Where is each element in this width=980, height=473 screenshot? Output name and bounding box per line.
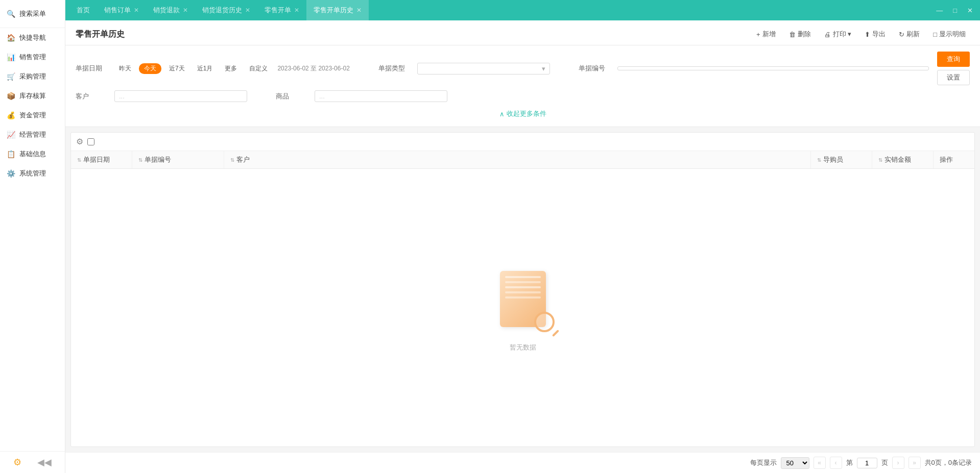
home-icon: 🏠 bbox=[6, 33, 15, 42]
empty-text: 暂无数据 bbox=[510, 343, 536, 352]
table-settings-icon[interactable]: ⚙ bbox=[76, 137, 83, 146]
close-btn[interactable]: ✕ bbox=[964, 6, 976, 15]
th-num-label: 单据编号 bbox=[145, 155, 171, 164]
date-btn-custom[interactable]: 自定义 bbox=[245, 63, 272, 74]
display-icon: □ bbox=[933, 31, 937, 38]
topbar: 首页 销售订单 ✕ 销货退款 ✕ 销货退货历史 ✕ 零售开单 ✕ 零售开单历史 … bbox=[65, 0, 980, 20]
page-size-select[interactable]: 50 10 20 100 bbox=[781, 457, 809, 469]
print-button[interactable]: 🖨 打印 ▾ bbox=[820, 28, 856, 41]
date-btn-more[interactable]: 更多 bbox=[220, 63, 242, 74]
tab-retail-open-close[interactable]: ✕ bbox=[294, 7, 299, 14]
goods-input[interactable]: ... bbox=[315, 90, 447, 102]
sidebar-item-finance[interactable]: 💰 资金管理 bbox=[0, 106, 65, 125]
sort-icon: ⇅ bbox=[817, 157, 821, 163]
date-buttons: 昨天 今天 近7天 近1月 更多 自定义 2023-06-02 至 2023-0… bbox=[114, 63, 350, 74]
first-page-btn[interactable]: « bbox=[814, 457, 826, 469]
collapse-sidebar-icon[interactable]: ◀◀ bbox=[37, 457, 52, 468]
th-date-label: 单据日期 bbox=[83, 155, 110, 164]
sidebar: 🔍 搜索采单 🏠 快捷导航 📊 销售管理 🛒 采购管理 📦 库存核算 💰 资金管… bbox=[0, 0, 65, 473]
th-guide[interactable]: ⇅ 导购员 bbox=[811, 151, 872, 168]
tab-sales-return-history-label: 销货退货历史 bbox=[202, 6, 242, 15]
sidebar-item-inventory[interactable]: 📦 库存核算 bbox=[0, 86, 65, 106]
empty-illustration bbox=[487, 263, 559, 335]
prev-page-btn[interactable]: ‹ bbox=[830, 457, 842, 469]
goods-placeholder: ... bbox=[319, 92, 325, 100]
tab-sales-return[interactable]: 销货退款 ✕ bbox=[146, 0, 195, 20]
th-amount[interactable]: ⇅ 实销金额 bbox=[872, 151, 934, 168]
minimize-btn[interactable]: — bbox=[933, 6, 946, 15]
table-area: ⚙ ⇅ 单据日期 ⇅ 单据编号 ⇅ 客户 ⇅ 导购员 ⇅ 实销金额 bbox=[70, 132, 975, 447]
query-button[interactable]: 查询 bbox=[937, 52, 970, 67]
print-icon: 🖨 bbox=[824, 31, 831, 38]
tab-sales-return-close[interactable]: ✕ bbox=[183, 7, 188, 14]
sidebar-item-operations[interactable]: 📈 经营管理 bbox=[0, 125, 65, 144]
client-placeholder: ... bbox=[119, 92, 125, 100]
next-page-btn[interactable]: › bbox=[892, 457, 904, 469]
date-btn-last1m[interactable]: 近1月 bbox=[193, 63, 218, 74]
sidebar-item-sys-mgmt[interactable]: ⚙️ 系统管理 bbox=[0, 164, 65, 183]
table-body: 暂无数据 bbox=[71, 169, 974, 446]
filter-row-client: 客户 ... 商品 ... bbox=[76, 90, 970, 102]
header-actions: + 新增 🗑 删除 🖨 打印 ▾ ⬆ 导出 ↻ 刷新 □ 显示明细 bbox=[752, 28, 970, 41]
add-button[interactable]: + 新增 bbox=[752, 28, 780, 41]
th-num[interactable]: ⇅ 单据编号 bbox=[132, 151, 224, 168]
filter-area: 单据日期 昨天 今天 近7天 近1月 更多 自定义 2023-06-02 至 2… bbox=[65, 45, 980, 127]
sidebar-bottom: ⚙ ◀◀ bbox=[0, 451, 65, 473]
content-header: 零售开单历史 + 新增 🗑 删除 🖨 打印 ▾ ⬆ 导出 ↻ 刷新 bbox=[65, 20, 980, 45]
print-label: 打印 ▾ bbox=[833, 30, 852, 39]
tab-retail-open-history-close[interactable]: ✕ bbox=[356, 7, 362, 14]
table-header: ⇅ 单据日期 ⇅ 单据编号 ⇅ 客户 ⇅ 导购员 ⇅ 实销金额 操作 bbox=[71, 151, 974, 169]
sidebar-item-sales-mgmt[interactable]: 📊 销售管理 bbox=[0, 47, 65, 67]
set-button[interactable]: 设置 bbox=[937, 70, 970, 85]
delete-icon: 🗑 bbox=[789, 31, 796, 38]
chevron-down-icon: ▾ bbox=[542, 65, 545, 72]
tab-sales-return-history-close[interactable]: ✕ bbox=[245, 7, 250, 14]
client-label: 客户 bbox=[76, 92, 106, 101]
refresh-button[interactable]: ↻ 刷新 bbox=[895, 28, 924, 41]
tab-retail-open-history[interactable]: 零售开单历史 ✕ bbox=[306, 0, 369, 20]
th-date[interactable]: ⇅ 单据日期 bbox=[71, 151, 132, 168]
date-label: 单据日期 bbox=[76, 64, 106, 73]
settings-icon[interactable]: ⚙ bbox=[13, 457, 21, 468]
collapse-more-btn[interactable]: ∧ 收起更多条件 bbox=[76, 107, 970, 120]
th-guide-label: 导购员 bbox=[823, 155, 843, 164]
date-btn-last7[interactable]: 近7天 bbox=[164, 63, 189, 74]
tab-sales-order-label: 销售订单 bbox=[104, 6, 131, 15]
sidebar-item-quick-nav[interactable]: 🏠 快捷导航 bbox=[0, 28, 65, 47]
sort-icon: ⇅ bbox=[878, 157, 882, 163]
last-page-btn[interactable]: » bbox=[909, 457, 921, 469]
last-page-icon: » bbox=[913, 459, 916, 466]
tab-sales-return-history[interactable]: 销货退货历史 ✕ bbox=[195, 0, 257, 20]
page-input[interactable] bbox=[857, 458, 877, 468]
display-label: 显示明细 bbox=[939, 30, 966, 39]
tab-home[interactable]: 首页 bbox=[69, 0, 97, 20]
display-detail-button[interactable]: □ 显示明细 bbox=[929, 28, 970, 41]
date-btn-today[interactable]: 今天 bbox=[139, 63, 161, 74]
sidebar-search-label: 搜索采单 bbox=[19, 9, 46, 18]
sys-icon: ⚙️ bbox=[6, 169, 15, 178]
delete-button[interactable]: 🗑 删除 bbox=[785, 28, 815, 41]
date-btn-yesterday[interactable]: 昨天 bbox=[114, 63, 136, 74]
tab-sales-order[interactable]: 销售订单 ✕ bbox=[97, 0, 146, 20]
doc-num-label: 单据编号 bbox=[579, 64, 609, 73]
client-input[interactable]: ... bbox=[114, 90, 247, 102]
tab-retail-open-label: 零售开单 bbox=[265, 6, 291, 15]
export-button[interactable]: ⬆ 导出 bbox=[861, 28, 890, 41]
maximize-btn[interactable]: □ bbox=[950, 6, 960, 15]
tab-sales-return-label: 销货退款 bbox=[153, 6, 180, 15]
sidebar-nav: 🏠 快捷导航 📊 销售管理 🛒 采购管理 📦 库存核算 💰 资金管理 📈 经营管… bbox=[0, 28, 65, 183]
tab-retail-open[interactable]: 零售开单 ✕ bbox=[257, 0, 306, 20]
date-range-display: 2023-06-02 至 2023-06-02 bbox=[277, 64, 349, 73]
select-all-checkbox[interactable] bbox=[87, 138, 94, 145]
sidebar-item-base-info[interactable]: 📋 基础信息 bbox=[0, 144, 65, 164]
sidebar-search[interactable]: 🔍 搜索采单 bbox=[0, 5, 65, 22]
doc-type-select[interactable]: ▾ bbox=[417, 63, 550, 74]
next-page-icon: › bbox=[897, 459, 899, 466]
sort-icon: ⇅ bbox=[138, 157, 142, 163]
prev-page-icon: ‹ bbox=[835, 459, 837, 466]
th-client[interactable]: ⇅ 客户 bbox=[224, 151, 811, 168]
magnify-icon bbox=[534, 312, 555, 332]
doc-num-input[interactable] bbox=[617, 66, 929, 70]
tab-sales-order-close[interactable]: ✕ bbox=[134, 7, 139, 14]
sidebar-item-purchase-mgmt[interactable]: 🛒 采购管理 bbox=[0, 67, 65, 86]
